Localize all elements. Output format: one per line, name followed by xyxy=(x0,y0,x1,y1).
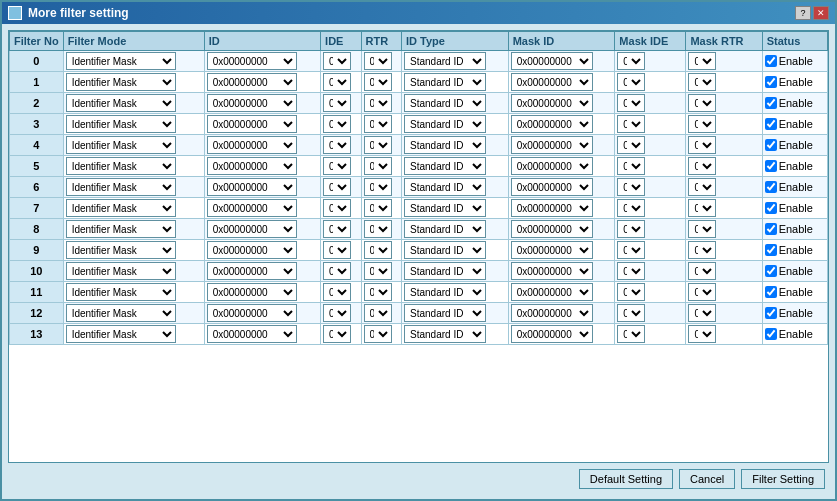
filter-mode-select[interactable]: Identifier MaskIdentifier List xyxy=(66,136,176,154)
mask-rtr-select[interactable]: 0 xyxy=(688,325,716,343)
status-checkbox[interactable] xyxy=(765,118,777,130)
status-checkbox[interactable] xyxy=(765,139,777,151)
mask-ide-select[interactable]: 0 xyxy=(617,241,645,259)
mask-ide-select[interactable]: 0 xyxy=(617,325,645,343)
filter-mode-select[interactable]: Identifier MaskIdentifier List xyxy=(66,325,176,343)
cell-rtr[interactable]: 0 xyxy=(361,240,401,261)
cell-ide[interactable]: 0 xyxy=(321,114,361,135)
cell-mask-ide[interactable]: 0 xyxy=(615,177,686,198)
cell-mask-rtr[interactable]: 0 xyxy=(686,324,762,345)
mask-rtr-select[interactable]: 0 xyxy=(688,52,716,70)
id-select[interactable]: 0x00000000 xyxy=(207,304,297,322)
cell-id[interactable]: 0x00000000 xyxy=(204,303,320,324)
mask-rtr-select[interactable]: 0 xyxy=(688,136,716,154)
cell-mask-rtr[interactable]: 0 xyxy=(686,303,762,324)
cell-id[interactable]: 0x00000000 xyxy=(204,51,320,72)
mask-rtr-select[interactable]: 0 xyxy=(688,73,716,91)
cell-mask-ide[interactable]: 0 xyxy=(615,72,686,93)
mask-id-select[interactable]: 0x00000000 xyxy=(511,241,593,259)
cell-filter-mode[interactable]: Identifier MaskIdentifier List xyxy=(63,240,204,261)
id-type-select[interactable]: Standard IDExtended ID xyxy=(404,241,486,259)
cell-mask-rtr[interactable]: 0 xyxy=(686,177,762,198)
status-checkbox[interactable] xyxy=(765,244,777,256)
filter-mode-select[interactable]: Identifier MaskIdentifier List xyxy=(66,115,176,133)
cell-status[interactable]: Enable xyxy=(762,198,827,219)
id-type-select[interactable]: Standard IDExtended ID xyxy=(404,52,486,70)
id-type-select[interactable]: Standard IDExtended ID xyxy=(404,157,486,175)
cell-mask-ide[interactable]: 0 xyxy=(615,93,686,114)
cell-id[interactable]: 0x00000000 xyxy=(204,240,320,261)
cell-ide[interactable]: 0 xyxy=(321,135,361,156)
cell-id-type[interactable]: Standard IDExtended ID xyxy=(402,324,509,345)
cell-filter-mode[interactable]: Identifier MaskIdentifier List xyxy=(63,177,204,198)
mask-id-select[interactable]: 0x00000000 xyxy=(511,73,593,91)
cell-status[interactable]: Enable xyxy=(762,135,827,156)
cell-filter-mode[interactable]: Identifier MaskIdentifier List xyxy=(63,198,204,219)
rtr-select[interactable]: 0 xyxy=(364,115,392,133)
status-checkbox[interactable] xyxy=(765,328,777,340)
status-checkbox[interactable] xyxy=(765,223,777,235)
cell-mask-id[interactable]: 0x00000000 xyxy=(508,303,615,324)
help-button[interactable]: ? xyxy=(795,6,811,20)
cell-filter-mode[interactable]: Identifier MaskIdentifier List xyxy=(63,114,204,135)
cell-ide[interactable]: 0 xyxy=(321,303,361,324)
filter-mode-select[interactable]: Identifier MaskIdentifier List xyxy=(66,220,176,238)
close-button[interactable]: ✕ xyxy=(813,6,829,20)
rtr-select[interactable]: 0 xyxy=(364,52,392,70)
cell-id-type[interactable]: Standard IDExtended ID xyxy=(402,177,509,198)
cell-mask-ide[interactable]: 0 xyxy=(615,324,686,345)
rtr-select[interactable]: 0 xyxy=(364,220,392,238)
filter-setting-button[interactable]: Filter Setting xyxy=(741,469,825,489)
id-type-select[interactable]: Standard IDExtended ID xyxy=(404,73,486,91)
cell-mask-rtr[interactable]: 0 xyxy=(686,261,762,282)
cell-filter-mode[interactable]: Identifier MaskIdentifier List xyxy=(63,135,204,156)
filter-mode-select[interactable]: Identifier MaskIdentifier List xyxy=(66,73,176,91)
filter-mode-select[interactable]: Identifier MaskIdentifier List xyxy=(66,52,176,70)
cell-id-type[interactable]: Standard IDExtended ID xyxy=(402,261,509,282)
cell-ide[interactable]: 0 xyxy=(321,51,361,72)
cell-mask-id[interactable]: 0x00000000 xyxy=(508,177,615,198)
cell-ide[interactable]: 0 xyxy=(321,198,361,219)
cell-mask-rtr[interactable]: 0 xyxy=(686,114,762,135)
cell-rtr[interactable]: 0 xyxy=(361,51,401,72)
id-type-select[interactable]: Standard IDExtended ID xyxy=(404,304,486,322)
status-checkbox[interactable] xyxy=(765,97,777,109)
cell-filter-mode[interactable]: Identifier MaskIdentifier List xyxy=(63,51,204,72)
rtr-select[interactable]: 0 xyxy=(364,241,392,259)
cell-id-type[interactable]: Standard IDExtended ID xyxy=(402,219,509,240)
cell-mask-id[interactable]: 0x00000000 xyxy=(508,261,615,282)
ide-select[interactable]: 0 xyxy=(323,241,351,259)
ide-select[interactable]: 0 xyxy=(323,220,351,238)
mask-rtr-select[interactable]: 0 xyxy=(688,283,716,301)
id-select[interactable]: 0x00000000 xyxy=(207,157,297,175)
cell-id-type[interactable]: Standard IDExtended ID xyxy=(402,156,509,177)
filter-mode-select[interactable]: Identifier MaskIdentifier List xyxy=(66,199,176,217)
cell-ide[interactable]: 0 xyxy=(321,72,361,93)
cell-status[interactable]: Enable xyxy=(762,72,827,93)
cell-rtr[interactable]: 0 xyxy=(361,219,401,240)
status-checkbox[interactable] xyxy=(765,307,777,319)
cell-id[interactable]: 0x00000000 xyxy=(204,261,320,282)
cell-id-type[interactable]: Standard IDExtended ID xyxy=(402,114,509,135)
cell-rtr[interactable]: 0 xyxy=(361,198,401,219)
cell-id-type[interactable]: Standard IDExtended ID xyxy=(402,282,509,303)
ide-select[interactable]: 0 xyxy=(323,199,351,217)
cell-mask-ide[interactable]: 0 xyxy=(615,135,686,156)
cell-ide[interactable]: 0 xyxy=(321,240,361,261)
cell-filter-mode[interactable]: Identifier MaskIdentifier List xyxy=(63,282,204,303)
rtr-select[interactable]: 0 xyxy=(364,283,392,301)
cell-status[interactable]: Enable xyxy=(762,324,827,345)
cell-ide[interactable]: 0 xyxy=(321,261,361,282)
id-type-select[interactable]: Standard IDExtended ID xyxy=(404,220,486,238)
cell-rtr[interactable]: 0 xyxy=(361,303,401,324)
rtr-select[interactable]: 0 xyxy=(364,136,392,154)
id-type-select[interactable]: Standard IDExtended ID xyxy=(404,283,486,301)
cell-status[interactable]: Enable xyxy=(762,282,827,303)
id-select[interactable]: 0x00000000 xyxy=(207,283,297,301)
cell-mask-rtr[interactable]: 0 xyxy=(686,93,762,114)
ide-select[interactable]: 0 xyxy=(323,52,351,70)
id-type-select[interactable]: Standard IDExtended ID xyxy=(404,115,486,133)
mask-id-select[interactable]: 0x00000000 xyxy=(511,136,593,154)
id-select[interactable]: 0x00000000 xyxy=(207,325,297,343)
mask-ide-select[interactable]: 0 xyxy=(617,283,645,301)
